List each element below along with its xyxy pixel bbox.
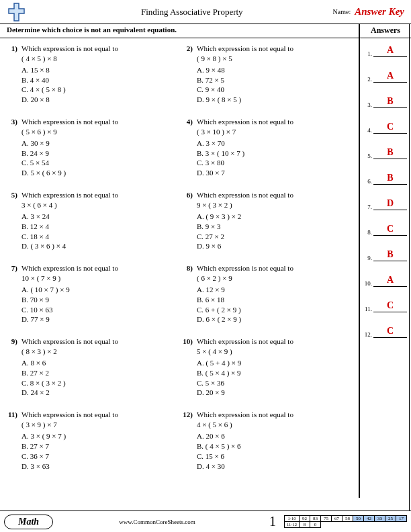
answer-number: 10. (364, 280, 373, 287)
name-area: Name: Answer Key (333, 6, 404, 17)
question-choice: A. ( 10 × 7 ) × 9 (21, 285, 179, 295)
question-expression: ( 5 × 6 ) × 9 (21, 127, 179, 137)
question: 4)Which expression is not equal to( 3 × … (179, 117, 355, 178)
answer-key-text: Answer Key (355, 6, 404, 17)
question-number: 6) (179, 190, 197, 251)
name-label: Name: (333, 8, 351, 15)
question-number: 10) (179, 337, 197, 398)
answer-blank: C (373, 122, 407, 134)
question-body: Which expression is not equal to3 × ( 6 … (21, 190, 179, 251)
question-choice: B. 12 × 4 (21, 222, 179, 232)
answer-blank: B (373, 173, 407, 185)
question-choice: C. 5 × 36 (197, 378, 355, 388)
question-choice: B. ( 4 × 5 ) × 6 (197, 441, 355, 451)
page-right-border (409, 24, 410, 511)
question: 10)Which expression is not equal to5 × (… (179, 337, 355, 398)
answer-letter: B (387, 96, 393, 106)
answer-number: 4. (364, 127, 373, 134)
question: 8)Which expression is not equal to( 6 × … (179, 263, 355, 324)
question-choice: A. ( 9 × 3 ) × 2 (197, 212, 355, 222)
question-choice: D. 4 × 30 (197, 461, 355, 472)
question: 9)Which expression is not equal to( 8 × … (4, 337, 179, 398)
question-choice: D. 5 × ( 6 × 9 ) (21, 168, 179, 178)
logo-icon (7, 3, 26, 21)
answer-row: 12.C (364, 323, 407, 338)
answers-column: 1.A2.A3.B4.C5.B6.B7.D8.C9.B10.A11.C12.C (359, 38, 411, 498)
questions-grid: 1)Which expression is not equal to( 4 × … (0, 38, 359, 498)
question-choice: D. 77 × 9 (21, 314, 179, 324)
answer-letter: C (387, 224, 394, 234)
instruction-text: Determine which choice is not an equival… (0, 24, 359, 38)
question-expression: ( 3 × 10 ) × 7 (197, 127, 355, 137)
score-row-label: 1-10 (285, 516, 300, 522)
answer-row: 8.C (364, 221, 407, 236)
answer-number: 3. (364, 101, 373, 108)
question-choices: A. ( 9 × 3 ) × 2B. 9 × 3C. 27 × 2D. 9 × … (197, 212, 355, 251)
question-choice: A. 20 × 6 (197, 431, 355, 441)
question-choice: C. 15 × 6 (197, 451, 355, 461)
question-choice: B. 3 × ( 10 × 7 ) (197, 148, 355, 159)
answer-number: 2. (364, 76, 373, 83)
answer-blank: D (373, 198, 407, 210)
question-choice: D. 20 × 9 (197, 388, 355, 398)
answer-blank: B (373, 147, 407, 159)
question-body: Which expression is not equal to( 4 × 5 … (21, 44, 179, 105)
question-expression: 10 × ( 7 × 9 ) (21, 273, 179, 283)
question-choices: A. 3 × 70B. 3 × ( 10 × 7 )C. 3 × 80D. 30… (197, 138, 355, 178)
question-stem: Which expression is not equal to (21, 117, 179, 127)
question-expression: 5 × ( 4 × 9 ) (197, 347, 355, 357)
question-body: Which expression is not equal to( 8 × 3 … (21, 337, 179, 398)
question-choice: B. 70 × 9 (21, 295, 179, 305)
question-choice: C. 10 × 63 (21, 305, 179, 315)
answer-row: 10.A (364, 272, 407, 287)
question-number: 1) (4, 44, 21, 105)
header: Finding Associative Property Name: Answe… (0, 0, 411, 24)
answer-row: 1.A (364, 42, 407, 57)
question-expression: ( 8 × 3 ) × 2 (21, 347, 179, 357)
worksheet-title: Finding Associative Property (31, 7, 333, 17)
question: 3)Which expression is not equal to( 5 × … (4, 117, 179, 178)
answer-row: 5.B (364, 144, 407, 159)
answer-number: 5. (364, 152, 373, 159)
answer-letter: B (387, 147, 393, 157)
score-grid: 1-109283756758504233251711-1280 (284, 515, 407, 528)
question-choices: A. ( 10 × 7 ) × 9B. 70 × 9C. 10 × 63D. 7… (21, 285, 179, 324)
question-choice: B. 6 × 18 (197, 295, 355, 305)
question-stem: Which expression is not equal to (197, 263, 355, 273)
score-cell: 8 (300, 522, 310, 528)
question-choice: A. 12 × 9 (197, 285, 355, 295)
answer-letter: A (387, 45, 394, 55)
question-stem: Which expression is not equal to (197, 44, 355, 54)
question-choice: A. 3 × 70 (197, 138, 355, 148)
question-choice: A. ( 5 + 4 ) × 9 (197, 358, 355, 368)
score-row-label: 11-12 (285, 522, 300, 528)
question-choice: A. 30 × 9 (21, 138, 179, 148)
answer-number: 6. (364, 178, 373, 185)
score-cell: 75 (321, 516, 332, 522)
answer-row: 6.B (364, 170, 407, 185)
score-cell: 42 (364, 516, 375, 522)
answers-header: Answers (359, 24, 411, 38)
question-expression: ( 4 × 5 ) × 8 (21, 54, 179, 64)
question-expression: ( 9 × 8 ) × 5 (197, 54, 355, 64)
answer-letter: B (387, 173, 393, 183)
answer-blank: C (373, 224, 407, 236)
answer-row: 3.B (364, 93, 407, 108)
question-body: Which expression is not equal to10 × ( 7… (21, 263, 179, 324)
site-url: www.CommonCoreSheets.com (53, 519, 261, 525)
question-number: 11) (4, 410, 21, 471)
question-choices: A. 3 × 24B. 12 × 4C. 18 × 4D. ( 3 × 6 ) … (21, 212, 179, 251)
question: 5)Which expression is not equal to3 × ( … (4, 190, 179, 251)
question: 1)Which expression is not equal to( 4 × … (4, 44, 179, 105)
question-number: 5) (4, 190, 21, 251)
answer-number: 8. (364, 229, 373, 236)
answer-number: 7. (364, 204, 373, 210)
question-choice: B. 9 × 3 (197, 222, 355, 232)
question-choice: C. 6 + ( 2 × 9 ) (197, 305, 355, 315)
question-stem: Which expression is not equal to (197, 410, 355, 420)
score-cell: 83 (310, 516, 321, 522)
answer-number: 12. (364, 331, 373, 338)
answer-letter: B (387, 249, 393, 259)
question-choice: D. 24 × 2 (21, 388, 179, 398)
question-number: 8) (179, 263, 197, 324)
